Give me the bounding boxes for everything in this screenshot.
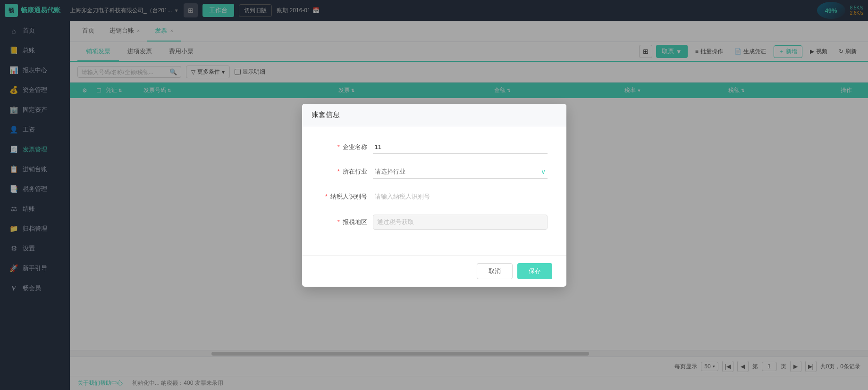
- dialog: 账套信息 * 企业名称 * 所在行业 ∨: [302, 104, 566, 287]
- dialog-body: * 企业名称 * 所在行业 ∨ * 纳税人识: [302, 126, 566, 255]
- industry-label-text: 所在行业: [343, 168, 367, 175]
- industry-chevron-icon: ∨: [541, 168, 546, 175]
- company-name-input[interactable]: [373, 141, 548, 154]
- form-row-tax-id: * 纳税人识别号: [321, 190, 548, 203]
- cancel-button[interactable]: 取消: [477, 263, 513, 279]
- form-row-company-name: * 企业名称: [321, 141, 548, 154]
- tax-id-input[interactable]: [373, 190, 548, 203]
- form-label-company-name: * 企业名称: [321, 143, 373, 151]
- modal-overlay: 账套信息 * 企业名称 * 所在行业 ∨: [0, 0, 868, 390]
- required-mark-tax-region: *: [337, 218, 340, 225]
- tax-id-label-text: 纳税人识别号: [330, 193, 367, 200]
- form-row-tax-region: * 报税地区 通过税号获取: [321, 215, 548, 230]
- save-button[interactable]: 保存: [517, 263, 552, 279]
- dialog-header: 账套信息: [302, 104, 566, 126]
- required-mark-industry: *: [337, 168, 340, 175]
- dialog-title: 账套信息: [312, 110, 340, 118]
- tax-region-disabled-input: 通过税号获取: [373, 215, 548, 230]
- form-label-tax-id: * 纳税人识别号: [321, 192, 373, 201]
- industry-select-input[interactable]: [375, 168, 541, 175]
- required-mark: *: [337, 143, 340, 150]
- dialog-footer: 取消 保存: [302, 255, 566, 287]
- industry-select-wrap[interactable]: ∨: [373, 165, 548, 179]
- form-label-industry: * 所在行业: [321, 167, 373, 176]
- tax-region-label-text: 报税地区: [343, 218, 367, 225]
- form-label-tax-region: * 报税地区: [321, 218, 373, 226]
- required-mark-tax-id: *: [325, 193, 328, 200]
- company-name-label-text: 企业名称: [343, 143, 367, 150]
- form-row-industry: * 所在行业 ∨: [321, 165, 548, 179]
